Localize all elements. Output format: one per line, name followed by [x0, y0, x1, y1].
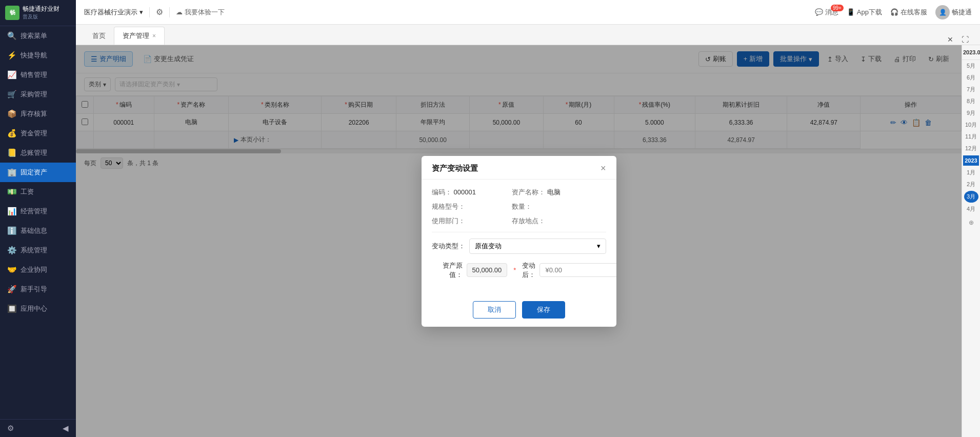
location-label: 存放地点：: [512, 216, 545, 226]
sidebar-item-operations[interactable]: 📊 经营管理: [0, 202, 76, 221]
sidebar-item-basic-info[interactable]: ℹ️ 基础信息: [0, 221, 76, 241]
department-label: 使用部门：: [432, 216, 465, 226]
sidebar-item-label: 企业协同: [21, 265, 47, 274]
sidebar-item-ledger[interactable]: 📒 总账管理: [0, 143, 76, 163]
sidebar-item-label: 库存核算: [21, 109, 47, 118]
sidebar-item-label: 固定资产: [21, 168, 47, 177]
expand-icon[interactable]: ⊕: [969, 219, 974, 226]
sidebar-item-inventory[interactable]: 📦 库存核算: [0, 104, 76, 124]
tab-asset-management[interactable]: 资产管理 ×: [114, 27, 165, 45]
dialog-name-item: 资产名称： 电脑: [512, 188, 584, 197]
dialog-spec-item: 规格型号：: [432, 202, 504, 211]
dialog-title: 资产变动设置: [432, 164, 478, 173]
calendar-month-3-active[interactable]: 3月: [964, 191, 978, 203]
calendar-month-7[interactable]: 7月: [962, 84, 980, 95]
save-button[interactable]: 保存: [522, 301, 565, 319]
sidebar-item-system[interactable]: ⚙️ 系统管理: [0, 241, 76, 260]
calendar-month-9[interactable]: 9月: [962, 107, 980, 119]
notification-button[interactable]: 💬 消息 99+: [815, 8, 838, 17]
dialog-quantity-item: 数量：: [512, 202, 584, 211]
sidebar-item-label: 快捷导航: [21, 51, 47, 60]
sidebar-item-purchase[interactable]: 🛒 采购管理: [0, 85, 76, 104]
sidebar-item-search[interactable]: 🔍 搜索菜单: [0, 26, 76, 46]
change-type-value: 原值变动: [475, 242, 502, 251]
dialog-info-row1: 编码： 000001 资产名称： 电脑: [432, 188, 606, 197]
settings-gear-icon[interactable]: ⚙: [156, 7, 163, 17]
purchase-icon: 🛒: [7, 90, 16, 99]
tab-asset-label: 资产管理: [123, 31, 149, 41]
dialog-divider: [432, 232, 606, 232]
calendar-year-2023: 2023: [963, 155, 979, 166]
sidebar-item-fixed-assets[interactable]: 🏢 固定资产: [0, 163, 76, 182]
dialog-location-item: 存放地点：: [512, 216, 584, 226]
dialog-header: 资产变动设置 ×: [422, 156, 616, 180]
window-expand-button[interactable]: ⛶: [958, 34, 972, 45]
calendar-expand-button[interactable]: ⊕: [962, 219, 980, 226]
download-icon: 📱: [847, 8, 855, 16]
right-calendar-panel: 2023.03 5月 6月 7月 8月 9月 10月 11月 12月 2023 …: [962, 45, 980, 437]
calendar-month-5[interactable]: 5月: [962, 60, 980, 72]
modal-overlay: 资产变动设置 × 编码： 000001 资产名称： 电脑: [76, 45, 962, 437]
sidebar-item-quick-nav[interactable]: ⚡ 快捷导航: [0, 46, 76, 65]
company-selector[interactable]: 医疗器械行业演示 ▾: [84, 8, 143, 17]
fixed-assets-icon: 🏢: [7, 168, 16, 177]
app-name: 畅捷通好业财: [23, 5, 59, 13]
calendar-month-11[interactable]: 11月: [962, 131, 980, 143]
calendar-month-2[interactable]: 2月: [962, 178, 980, 190]
window-close-button[interactable]: ✕: [944, 34, 956, 45]
code-label: 编码：: [432, 188, 452, 197]
online-service-button[interactable]: 🎧 在线客服: [890, 8, 927, 17]
company-chevron-icon: ▾: [139, 8, 143, 16]
cancel-button[interactable]: 取消: [473, 301, 516, 319]
calendar-month-12[interactable]: 12月: [962, 143, 980, 154]
tab-home[interactable]: 首页: [84, 27, 114, 45]
sidebar-item-sales[interactable]: 📈 销售管理: [0, 65, 76, 85]
company-name: 医疗器械行业演示: [84, 8, 137, 17]
sidebar-item-payroll[interactable]: 💵 工资: [0, 182, 76, 202]
dialog-info-row2: 规格型号： 数量：: [432, 202, 606, 211]
notification-icon: 💬: [815, 8, 823, 16]
quantity-label: 数量：: [512, 202, 532, 211]
sidebar-item-label: 经营管理: [21, 207, 47, 216]
app-logo: 畅: [5, 6, 19, 20]
settings-icon[interactable]: ⚙: [7, 424, 14, 433]
avatar-icon: 👤: [939, 9, 947, 16]
service-icon: 🎧: [890, 8, 898, 16]
user-menu[interactable]: 👤 畅捷通: [935, 5, 972, 19]
topbar-divider2: [169, 7, 170, 17]
calendar-month-1[interactable]: 1月: [962, 167, 980, 178]
collapse-icon[interactable]: ◀: [63, 424, 69, 433]
calendar-month-4[interactable]: 4月: [962, 203, 980, 215]
quick-nav-icon: ⚡: [7, 51, 16, 60]
sidebar-item-cooperation[interactable]: 🤝 企业协同: [0, 260, 76, 280]
sidebar-header: 畅 畅捷通好业财 普及版: [0, 0, 76, 26]
experience-button[interactable]: ☁ 我要体验一下: [176, 8, 225, 17]
tab-window-buttons: ✕ ⛶: [944, 34, 972, 45]
sidebar-item-label: 系统管理: [21, 246, 47, 255]
inventory-icon: 📦: [7, 109, 16, 118]
app-download-button[interactable]: 📱 App下载: [847, 8, 882, 17]
change-type-select[interactable]: 原值变动 ▾: [469, 239, 606, 254]
after-change-input[interactable]: [539, 263, 616, 277]
sidebar-item-guide[interactable]: 🚀 新手引导: [0, 280, 76, 299]
online-service-label: 在线客服: [901, 8, 927, 17]
sidebar-item-label: 基础信息: [21, 226, 47, 235]
dialog-close-button[interactable]: ×: [601, 163, 606, 174]
operations-icon: 📊: [7, 207, 16, 216]
tab-close-icon[interactable]: ×: [152, 32, 156, 39]
calendar-month-6[interactable]: 6月: [962, 72, 980, 84]
calendar-year-display: 2023.03: [962, 45, 980, 60]
dialog-footer: 取消 保存: [422, 295, 616, 327]
after-change-label: 变动后：: [522, 261, 535, 280]
sales-icon: 📈: [7, 70, 16, 80]
topbar-divider1: [149, 7, 150, 17]
sidebar-item-finance[interactable]: 💰 资金管理: [0, 124, 76, 143]
sidebar-item-label: 资金管理: [21, 129, 47, 138]
notification-badge: 99+: [831, 5, 844, 11]
dialog-body: 编码： 000001 资产名称： 电脑 规格型号：: [422, 180, 616, 295]
calendar-month-8[interactable]: 8月: [962, 95, 980, 107]
finance-icon: 💰: [7, 129, 16, 138]
sidebar-item-app-center[interactable]: 🔲 应用中心: [0, 299, 76, 319]
asset-name-label: 资产名称：: [512, 188, 545, 197]
calendar-month-10[interactable]: 10月: [962, 119, 980, 131]
